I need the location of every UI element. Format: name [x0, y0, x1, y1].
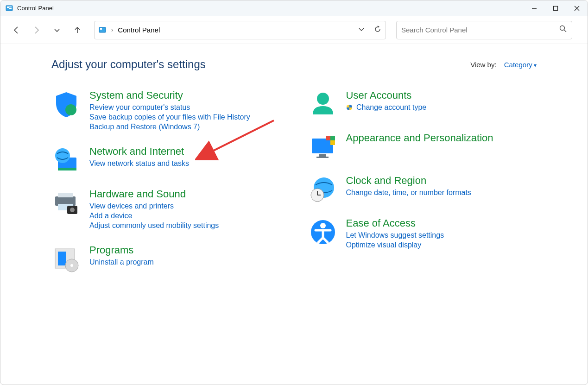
svg-point-26 [317, 93, 329, 105]
navigation-bar: › Control Panel [0, 16, 588, 44]
category-link[interactable]: Save backup copies of your files with Fi… [89, 113, 250, 121]
accessibility-icon [308, 217, 338, 247]
category-title[interactable]: Programs [89, 244, 154, 256]
category-link[interactable]: Let Windows suggest settings [346, 231, 444, 240]
title-bar: Control Panel [0, 0, 588, 16]
category-link[interactable]: Add a device [89, 212, 219, 220]
category-title[interactable]: Network and Internet [89, 145, 189, 158]
category-hardware-sound: Hardware and Sound View devices and prin… [51, 188, 280, 231]
category-title[interactable]: User Accounts [346, 89, 427, 101]
uac-shield-icon [346, 104, 353, 111]
svg-point-10 [560, 26, 565, 31]
category-column-left: System and Security Review your computer… [51, 89, 280, 287]
recent-locations-button[interactable] [48, 21, 66, 39]
globe-clock-icon [308, 175, 338, 204]
category-title[interactable]: Appearance and Personalization [346, 132, 493, 144]
shield-icon [51, 89, 81, 119]
view-by-control[interactable]: View by: Category [470, 61, 537, 69]
category-programs: Programs Uninstall a program [51, 244, 280, 274]
window-controls [524, 0, 588, 16]
content-header: Adjust your computer's settings View by:… [51, 58, 537, 71]
address-bar[interactable]: › Control Panel [94, 21, 386, 39]
category-title[interactable]: Clock and Region [346, 175, 471, 187]
category-link[interactable]: Change date, time, or number formats [346, 189, 471, 197]
location-icon [98, 26, 107, 34]
category-column-right: User Accounts Change account type [308, 89, 537, 287]
category-user-accounts: User Accounts Change account type [308, 89, 537, 119]
category-clock-region: Clock and Region Change date, time, or n… [308, 175, 537, 204]
content-area: Adjust your computer's settings View by:… [0, 44, 588, 385]
category-link[interactable]: Backup and Restore (Windows 7) [89, 123, 250, 131]
svg-rect-18 [58, 193, 73, 197]
search-bar[interactable] [396, 21, 572, 39]
svg-line-11 [564, 30, 567, 32]
category-link[interactable]: Uninstall a program [89, 258, 154, 266]
category-system-security: System and Security Review your computer… [51, 89, 280, 133]
category-appearance-personalization: Appearance and Personalization [308, 132, 537, 162]
svg-point-21 [70, 208, 75, 212]
address-dropdown-button[interactable] [358, 25, 365, 35]
svg-rect-15 [58, 168, 76, 170]
svg-rect-23 [58, 252, 66, 265]
category-link[interactable]: Change account type [346, 103, 427, 112]
forward-button[interactable] [27, 21, 46, 39]
app-icon [5, 4, 13, 13]
category-link[interactable]: Review your computer's status [89, 103, 250, 112]
programs-disc-icon [51, 244, 81, 274]
user-icon [308, 89, 338, 119]
back-button[interactable] [7, 21, 25, 39]
svg-rect-8 [99, 27, 106, 32]
svg-rect-9 [100, 28, 102, 30]
svg-rect-32 [326, 140, 330, 145]
svg-rect-30 [326, 136, 330, 140]
refresh-button[interactable] [373, 25, 382, 35]
svg-point-16 [55, 148, 70, 163]
svg-rect-33 [330, 140, 335, 145]
category-link-text: Change account type [356, 103, 426, 111]
globe-monitor-icon [51, 145, 81, 175]
category-title[interactable]: Ease of Access [346, 217, 444, 229]
up-button[interactable] [68, 21, 87, 39]
svg-point-25 [70, 264, 73, 267]
category-link[interactable]: View network status and tasks [89, 159, 189, 168]
category-link[interactable]: Optimize visual display [346, 241, 444, 249]
window-title: Control Panel [17, 5, 54, 12]
view-by-value[interactable]: Category [504, 61, 537, 69]
svg-rect-29 [316, 157, 329, 158]
svg-rect-28 [319, 154, 326, 157]
search-icon[interactable] [559, 25, 567, 35]
category-network-internet: Network and Internet View network status… [51, 145, 280, 175]
svg-rect-3 [9, 8, 12, 9]
breadcrumb-text[interactable]: Control Panel [118, 26, 160, 34]
category-title[interactable]: Hardware and Sound [89, 188, 219, 200]
svg-rect-31 [330, 136, 335, 140]
svg-rect-5 [554, 6, 558, 10]
view-by-label: View by: [470, 61, 496, 69]
category-ease-of-access: Ease of Access Let Windows suggest setti… [308, 217, 537, 251]
page-heading: Adjust your computer's settings [51, 58, 206, 71]
printer-camera-icon [51, 188, 81, 218]
svg-point-39 [320, 223, 326, 228]
category-title[interactable]: System and Security [89, 89, 250, 101]
breadcrumb-separator-icon: › [111, 26, 113, 33]
category-link[interactable]: Adjust commonly used mobility settings [89, 221, 219, 230]
svg-rect-1 [7, 6, 9, 8]
minimize-button[interactable] [524, 0, 545, 16]
svg-rect-2 [9, 6, 12, 7]
close-button[interactable] [566, 0, 588, 16]
svg-point-13 [65, 104, 76, 115]
monitor-colors-icon [308, 132, 338, 162]
search-input[interactable] [401, 26, 559, 34]
category-link[interactable]: View devices and printers [89, 202, 219, 210]
maximize-button[interactable] [545, 0, 566, 16]
